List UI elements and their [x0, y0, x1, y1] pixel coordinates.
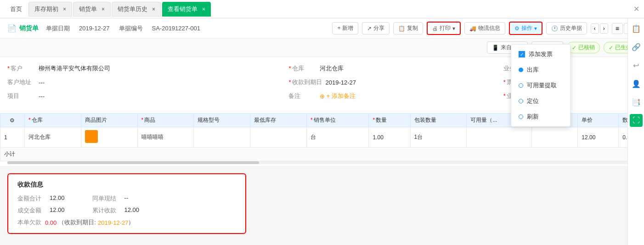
check-icon: ✓ [572, 45, 576, 51]
operate-dropdown-arrow: ▾ [534, 25, 537, 32]
doc-actions: + 新增 ↗ 分享 📋 复制 🖨 打印 ▾ 🚚 物流信息 ⚙ [332, 22, 637, 35]
history-button[interactable]: 🕐 历史单据 [546, 22, 587, 34]
share-button[interactable]: ↗ 分享 [362, 22, 390, 34]
deal-amount-label: 成交金额 [17, 206, 45, 215]
copy-icon: 📋 [398, 25, 405, 32]
logistics-button[interactable]: 🚚 物流信息 [464, 22, 505, 34]
row-min-stock [250, 127, 307, 148]
doc-number-label: 单据编号 [119, 24, 143, 33]
doc-date-label: 单据日期 [46, 24, 70, 33]
col-min-stock: 最低库存 [250, 114, 307, 127]
total-amount-value: 12.00 [50, 194, 65, 203]
print-icon: 🖨 [432, 25, 438, 32]
row-no: 1 [0, 127, 25, 148]
next-button[interactable]: › [600, 23, 608, 34]
list-view-button[interactable]: ≡ [612, 23, 623, 34]
total-amount-label: 金额合计 [17, 194, 45, 203]
row-unit: 台 [307, 127, 369, 148]
tab-sales-history[interactable]: 销货单历史 × [112, 2, 161, 17]
sidebar-return-icon[interactable]: ↩ [630, 59, 643, 72]
scroll-thumb [7, 161, 259, 164]
summary-row-2: 成交金额 12.00 累计收款 12.00 [17, 206, 236, 215]
row-spec [194, 127, 250, 148]
warehouse-label: 仓库 [288, 64, 316, 73]
warehouse-value: 河北仓库 [320, 64, 344, 73]
available-qty-item[interactable]: 可用量提取 [511, 78, 570, 93]
customer-label: 客户 [7, 64, 35, 73]
row-price: 12.00 [578, 127, 619, 148]
refresh-item[interactable]: 刷新 [511, 109, 570, 125]
new-button[interactable]: + 新增 [332, 22, 358, 34]
tab-close-inventory[interactable]: × [63, 6, 66, 12]
add-invoice-item[interactable]: ✓ 添加发票 [511, 46, 570, 62]
table-row: 1 河北仓库 嘻嘻嘻嘻 台 1.00 1台 12.00 0. [0, 127, 644, 148]
print-button[interactable]: 🖨 打印 ▾ [427, 22, 461, 35]
phone-icon: 📱 [492, 45, 499, 51]
address-field: 客户地址 --- [7, 78, 274, 86]
same-order-value: -- [124, 194, 129, 203]
col-unit: 销售单位 [307, 114, 369, 127]
sidebar-file-icon[interactable]: 📑 [630, 96, 643, 108]
summary-section: 收款信息 金额合计 12.00 同单现结 -- 成交金额 12.00 [0, 166, 644, 239]
sidebar-link-icon[interactable]: 🔗 [630, 40, 643, 53]
tab-close-sales[interactable]: × [102, 6, 105, 12]
tab-view-sales[interactable]: 查看销货单 × [162, 2, 211, 17]
payment-due-date: 2019-12-27 [98, 219, 129, 226]
sidebar-expand-icon[interactable]: ⛶ [630, 114, 643, 127]
cumulative-payment-item: 累计收款 12.00 [92, 206, 140, 215]
doc-meta: 单据日期 2019-12-27 单据编号 SA-20191227-001 [46, 24, 200, 33]
deal-amount-value: 12.00 [50, 206, 65, 215]
product-image [85, 130, 98, 143]
tab-close-view-sales[interactable]: × [202, 6, 205, 12]
locate-item[interactable]: 定位 [511, 93, 570, 109]
outbound-item[interactable]: 出库 [511, 62, 570, 78]
add-note-button[interactable]: ⊕ + 添加备注 [320, 92, 355, 100]
subtotal-row: 小计 [0, 148, 644, 161]
owed-note-end: ） [128, 218, 134, 227]
tab-sales[interactable]: 销货单 × [73, 2, 111, 17]
share-icon: ↗ [367, 25, 372, 32]
sidebar-user-icon[interactable]: 👤 [630, 77, 643, 90]
customer-field: 客户 柳州粤港平安气体有限公司 [7, 64, 274, 73]
cumulative-payment-label: 累计收款 [92, 206, 120, 215]
owed-label: 本单欠款 [17, 218, 45, 227]
h-scrollbar[interactable] [7, 161, 637, 164]
col-settings[interactable]: ⚙ [0, 114, 25, 127]
confirmed-badge[interactable]: ✓ 已核销 [567, 42, 600, 53]
row-image [81, 127, 137, 148]
print-dropdown-arrow: ▾ [452, 25, 455, 32]
summary-box: 收款信息 金额合计 12.00 同单现结 -- 成交金额 12.00 [7, 173, 246, 234]
sidebar-doc-icon[interactable]: 📋 [630, 22, 643, 35]
radio-refresh-icon [519, 114, 523, 119]
col-product: 商品 [137, 114, 194, 127]
owed-item: 本单欠款 0.00 （收款到期日: 2019-12-27 ） [17, 218, 134, 227]
warehouse-field: 仓库 河北仓库 [288, 64, 488, 73]
row-stock [532, 127, 578, 148]
doc-header: 📄 销货单 单据日期 2019-12-27 单据编号 SA-20191227-0… [0, 18, 644, 39]
copy-button[interactable]: 📋 复制 [393, 22, 423, 34]
window-close-icon[interactable]: ✕ [633, 5, 639, 13]
address-label: 客户地址 [7, 78, 35, 86]
payment-date-value: 2019-12-27 [326, 79, 356, 86]
project-value: --- [39, 93, 45, 100]
truck-icon: 🚚 [469, 25, 476, 32]
operate-button[interactable]: ⚙ 操作 ▾ [509, 22, 542, 35]
payment-date-field: 收款到期日 2019-12-27 [288, 78, 488, 86]
effective-check-icon: ✓ [609, 45, 613, 51]
history-icon: 🕐 [551, 25, 558, 32]
col-pack-qty: 包装数量 [410, 114, 467, 127]
row-product: 嘻嘻嘻嘻 [137, 127, 194, 148]
prev-button[interactable]: ‹ [591, 23, 599, 34]
tab-close-sales-history[interactable]: × [152, 6, 155, 12]
tab-home[interactable]: 首页 [5, 5, 28, 13]
payment-date-label: 收款到期日 [288, 78, 322, 86]
row-available [467, 127, 532, 148]
doc-date-value: 2019-12-27 [79, 25, 110, 32]
radio-selected-icon [519, 68, 523, 72]
row-pack-qty: 1台 [410, 127, 467, 148]
row-warehouse: 河北仓库 [24, 127, 81, 148]
operate-dropdown-menu: ✓ 添加发票 出库 可用量提取 定位 刷新 [511, 44, 571, 127]
summary-row-3: 本单欠款 0.00 （收款到期日: 2019-12-27 ） [17, 218, 236, 227]
tab-inventory[interactable]: 库存期初 × [28, 2, 72, 17]
col-spec: 规格型号 [194, 114, 250, 127]
